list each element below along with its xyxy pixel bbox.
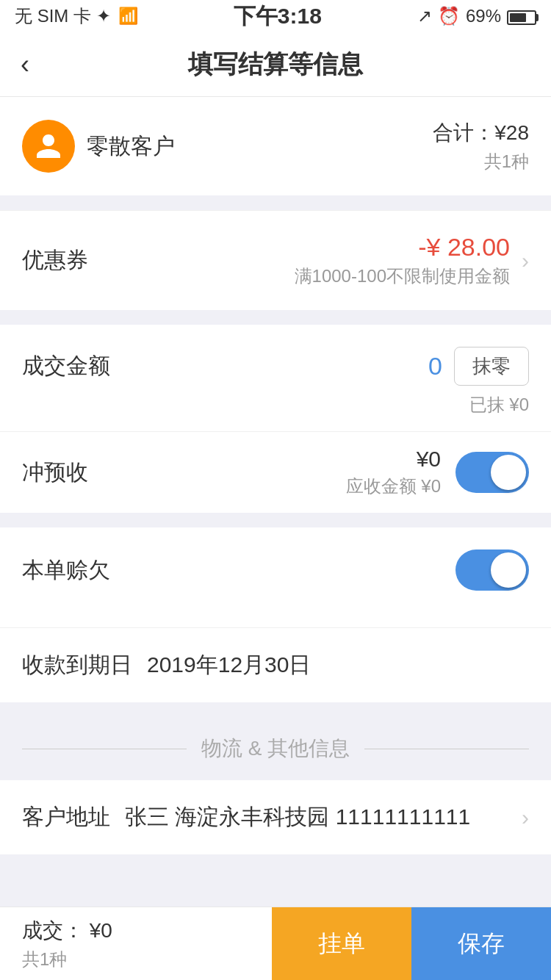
bottom-transaction: 成交： ¥0 bbox=[22, 917, 250, 945]
battery-percent: 69% bbox=[466, 6, 501, 26]
transaction-label: 成交金额 bbox=[22, 351, 110, 381]
customer-name: 零散客户 bbox=[87, 131, 175, 162]
page-title: 填写结算等信息 bbox=[188, 48, 363, 82]
chevron-right-icon: › bbox=[522, 248, 529, 273]
address-label: 客户地址 bbox=[22, 802, 110, 832]
debt-label: 本单赊欠 bbox=[22, 555, 110, 586]
total-count: 共1种 bbox=[433, 150, 529, 173]
advance-amount: ¥0 bbox=[346, 447, 441, 472]
status-right: ↗ ⏰ 69% bbox=[417, 6, 536, 26]
coupon-label: 优惠券 bbox=[22, 245, 88, 275]
coupon-amount: -¥ 28.00 bbox=[295, 233, 510, 262]
due-date-value: 2019年12月30日 bbox=[147, 650, 311, 680]
status-left: 无 SIM 卡 ✦ 📶 bbox=[15, 4, 138, 28]
bottom-transaction-value: ¥0 bbox=[90, 919, 112, 942]
advance-toggle[interactable] bbox=[455, 452, 529, 493]
bottom-count: 共1种 bbox=[22, 948, 250, 971]
total-amount: 合计：¥28 bbox=[433, 119, 529, 147]
status-bar: 无 SIM 卡 ✦ 📶 下午3:18 ↗ ⏰ 69% bbox=[0, 0, 551, 32]
debt-row: 本单赊欠 bbox=[0, 527, 551, 613]
logistics-label: 物流 & 其他信息 bbox=[201, 735, 350, 763]
save-button[interactable]: 保存 bbox=[411, 907, 551, 981]
address-chevron-icon: › bbox=[522, 805, 529, 830]
customer-left: 零散客户 bbox=[22, 120, 175, 173]
advance-label: 冲预收 bbox=[22, 458, 88, 488]
coupon-row[interactable]: 优惠券 -¥ 28.00 满1000-100不限制使用金额 › bbox=[0, 210, 551, 310]
logistics-section: 物流 & 其他信息 bbox=[0, 717, 551, 780]
sim-label: 无 SIM 卡 ✦ bbox=[15, 4, 111, 28]
transaction-row: 成交金额 0 抹零 bbox=[0, 325, 551, 393]
transaction-right: 0 抹零 bbox=[428, 347, 529, 386]
avatar bbox=[22, 120, 75, 173]
coupon-value-block: -¥ 28.00 满1000-100不限制使用金额 bbox=[295, 233, 510, 288]
due-date-section: 收款到期日 2019年12月30日 bbox=[0, 627, 551, 702]
back-button[interactable]: ‹ bbox=[21, 49, 29, 80]
round-button[interactable]: 抹零 bbox=[454, 347, 529, 386]
advance-value-block: ¥0 应收金额 ¥0 bbox=[346, 447, 441, 498]
debt-section: 本单赊欠 收款到期日 2019年12月30日 bbox=[0, 527, 551, 702]
debt-toggle[interactable] bbox=[455, 550, 529, 591]
transaction-section: 成交金额 0 抹零 已抹 ¥0 冲预收 ¥0 应收金额 ¥0 bbox=[0, 325, 551, 513]
bottom-transaction-label: 成交： bbox=[22, 919, 84, 942]
already-rounded: 已抹 ¥0 bbox=[0, 393, 551, 431]
customer-right: 合计：¥28 共1种 bbox=[433, 119, 529, 173]
wifi-icon: 📶 bbox=[118, 7, 138, 26]
advance-right: ¥0 应收金额 ¥0 bbox=[346, 447, 529, 498]
location-icon: ↗ bbox=[417, 6, 432, 26]
transaction-value[interactable]: 0 bbox=[428, 352, 442, 381]
bottom-bar: 成交： ¥0 共1种 挂单 保存 bbox=[0, 907, 551, 980]
advance-receivable: 应收金额 ¥0 bbox=[346, 475, 441, 498]
alarm-icon: ⏰ bbox=[438, 6, 460, 26]
toggle-knob bbox=[491, 455, 526, 490]
nav-bar: ‹ 填写结算等信息 bbox=[0, 32, 551, 97]
coupon-desc: 满1000-100不限制使用金额 bbox=[295, 264, 510, 288]
coupon-right: -¥ 28.00 满1000-100不限制使用金额 › bbox=[295, 233, 529, 288]
address-row[interactable]: 客户地址 张三 海淀永丰科技园 11111111111 › bbox=[0, 780, 551, 854]
address-value: 张三 海淀永丰科技园 11111111111 bbox=[125, 802, 522, 832]
battery-icon bbox=[507, 6, 536, 26]
address-section[interactable]: 客户地址 张三 海淀永丰科技园 11111111111 › bbox=[0, 780, 551, 854]
debt-toggle-knob bbox=[491, 552, 526, 588]
customer-section: 零散客户 合计：¥28 共1种 bbox=[0, 97, 551, 195]
coupon-section[interactable]: 优惠券 -¥ 28.00 满1000-100不限制使用金额 › bbox=[0, 210, 551, 310]
status-time: 下午3:18 bbox=[234, 1, 322, 32]
due-date-row: 收款到期日 2019年12月30日 bbox=[22, 650, 529, 680]
due-date-label: 收款到期日 bbox=[22, 650, 132, 680]
customer-row: 零散客户 合计：¥28 共1种 bbox=[0, 97, 551, 195]
hold-button[interactable]: 挂单 bbox=[272, 907, 411, 981]
bottom-info: 成交： ¥0 共1种 bbox=[0, 917, 272, 971]
advance-row: 冲预收 ¥0 应收金额 ¥0 bbox=[0, 431, 551, 513]
